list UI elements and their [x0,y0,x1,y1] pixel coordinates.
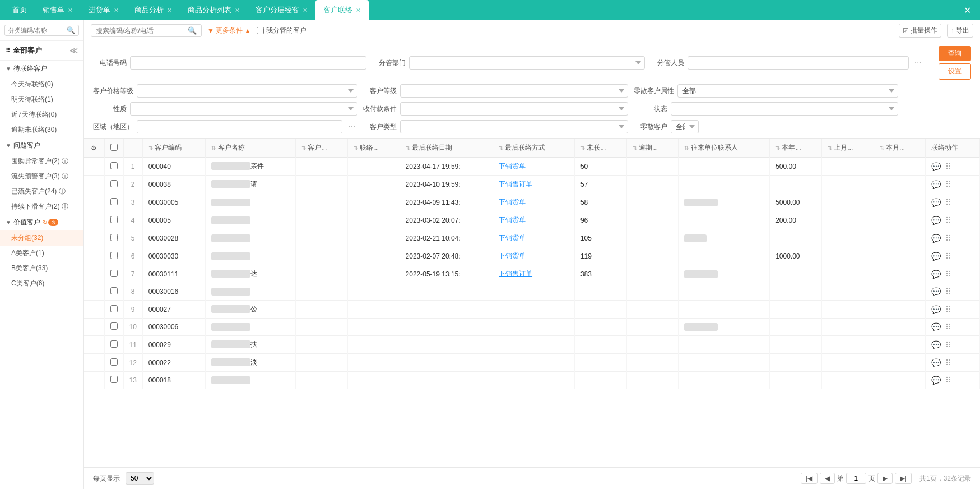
more-action-icon[interactable]: ⠿ [945,234,951,243]
my-customers-checkbox[interactable] [257,27,264,34]
price-level-select[interactable] [137,84,357,98]
settings-icon[interactable]: ⚙ [91,144,97,152]
close-sales-icon[interactable]: ✕ [68,7,73,14]
batch-operations-btn[interactable]: ☑ 批量操作 [899,24,941,38]
row-checkbox[interactable] [110,252,118,259]
row-method-link[interactable]: 下销货单 [499,234,526,242]
contact-phone-icon[interactable]: 💬 [931,287,941,296]
contact-phone-icon[interactable]: 💬 [931,216,941,225]
nature-select[interactable] [130,102,357,116]
sidebar-item-tomorrow[interactable]: 明天待联络(1) [0,92,83,107]
first-page-btn[interactable]: |◀ [801,473,818,484]
sidebar-item-class-a[interactable]: A类客户(1) [0,246,83,261]
filter-search-input[interactable] [96,27,185,35]
row-checkbox[interactable] [110,340,118,348]
sidebar-item-ungroup[interactable]: 未分组(32) [0,230,83,246]
sidebar-section-problem[interactable]: ▼ 问题客户 [0,137,83,154]
close-customer-contact-icon[interactable]: ✕ [356,7,361,14]
row-method-link[interactable]: 下销售订单 [499,180,532,188]
contact-phone-icon[interactable]: 💬 [931,270,941,279]
close-product-analysis-icon[interactable]: ✕ [167,7,172,14]
sidebar-section-value[interactable]: ▼ 价值客户 ↻ ⊙ [0,214,83,230]
payment-select[interactable] [400,102,628,116]
retail-select[interactable]: 全部 [671,120,699,133]
row-method-link[interactable]: 下销售订单 [499,270,532,278]
more-action-icon[interactable]: ⠿ [945,252,951,261]
close-customer-tier-icon[interactable]: ✕ [303,7,308,14]
sidebar-item-churn-warning[interactable]: 流失预警客户(3) ⓘ [0,169,83,184]
next-page-btn[interactable]: ▶ [877,473,893,484]
page-number-input[interactable] [846,473,866,484]
row-checkbox[interactable] [110,376,118,383]
tab-customer-contact[interactable]: 客户联络 ✕ [315,0,369,20]
row-checkbox[interactable] [110,358,118,366]
select-all-checkbox[interactable] [110,144,118,151]
status-select[interactable] [671,102,898,116]
more-action-icon[interactable]: ⠿ [945,340,951,349]
reset-button[interactable]: 设置 [939,63,971,80]
close-product-list-icon[interactable]: ✕ [235,7,240,14]
col-checkbox[interactable] [104,139,123,158]
contact-phone-icon[interactable]: 💬 [931,340,941,349]
region-dots-icon[interactable]: ··· [346,122,357,132]
sidebar-collapse-icon[interactable]: ≪ [69,46,78,55]
customer-level-select[interactable] [400,84,628,98]
more-action-icon[interactable]: ⠿ [945,270,951,279]
sidebar-item-today[interactable]: 今天待联络(0) [0,77,83,92]
more-action-icon[interactable]: ⠿ [945,180,951,189]
sidebar-all-customers[interactable]: ⠿ 全部客户 ≪ [0,41,83,61]
customer-type-select[interactable] [400,120,628,133]
row-method-link[interactable]: 下销货单 [499,198,526,206]
query-button[interactable]: 查询 [939,46,971,61]
sidebar-item-class-b[interactable]: B类客户(33) [0,261,83,276]
more-action-icon[interactable]: ⠿ [945,287,951,296]
col-name[interactable]: ⇅ 客户名称 [206,139,296,158]
contact-phone-icon[interactable]: 💬 [931,162,941,171]
tab-product-analysis[interactable]: 商品分析 ✕ [127,0,180,20]
more-action-icon[interactable]: ⠿ [945,358,951,367]
prev-page-btn[interactable]: ◀ [820,473,835,484]
more-action-icon[interactable]: ⠿ [945,305,951,314]
manager-dots-icon[interactable]: ··· [912,58,924,68]
more-action-icon[interactable]: ⠿ [945,322,951,331]
more-action-icon[interactable]: ⠿ [945,376,951,385]
sidebar-item-hoarding[interactable]: 囤购异常客户(2) ⓘ [0,154,83,169]
row-checkbox[interactable] [110,270,118,277]
row-checkbox[interactable] [110,162,118,169]
contact-phone-icon[interactable]: 💬 [931,376,941,385]
contact-phone-icon[interactable]: 💬 [931,234,941,243]
tab-product-list[interactable]: 商品分析列表 ✕ [180,0,248,20]
contact-phone-icon[interactable]: 💬 [931,305,941,314]
contact-phone-icon[interactable]: 💬 [931,180,941,189]
row-checkbox[interactable] [110,234,118,241]
sidebar-item-class-c[interactable]: C类客户(6) [0,276,83,291]
col-no-contact[interactable]: ⇅ 未联... [574,139,626,158]
sidebar-item-declining[interactable]: 持续下滑客户(2) ⓘ [0,199,83,214]
col-last-method[interactable]: ⇅ 最后联络方式 [493,139,575,158]
dept-select[interactable] [409,56,645,70]
region-input[interactable] [137,120,342,133]
more-action-icon[interactable]: ⠿ [945,198,951,207]
more-action-icon[interactable]: ⠿ [945,216,951,225]
tab-home[interactable]: 首页 [4,0,35,20]
window-close-icon[interactable]: ✕ [959,5,976,16]
sidebar-item-overdue[interactable]: 逾期未联络(30) [0,122,83,137]
col-type[interactable]: ⇅ 客户... [295,139,347,158]
sidebar-section-pending[interactable]: ▼ 待联络客户 [0,61,83,77]
row-checkbox[interactable] [110,180,118,187]
row-method-link[interactable]: 下销货单 [499,252,526,260]
col-last-date[interactable]: ⇅ 最后联络日期 [400,139,493,158]
col-this-year[interactable]: ⇅ 本年... [770,139,822,158]
row-checkbox[interactable] [110,198,118,205]
contact-phone-icon[interactable]: 💬 [931,252,941,261]
row-checkbox[interactable] [110,305,118,312]
tab-purchase[interactable]: 进货单 ✕ [81,0,127,20]
phone-input[interactable] [130,56,366,70]
sidebar-item-7days[interactable]: 近7天待联络(0) [0,107,83,122]
per-page-select[interactable]: 50 100 [126,472,154,485]
last-page-btn[interactable]: ▶| [895,473,912,484]
export-btn[interactable]: ↑ 导出 [947,24,973,38]
more-conditions-btn[interactable]: ▼ 更多条件 ▲ [207,26,251,35]
contact-phone-icon[interactable]: 💬 [931,358,941,367]
col-partner-contact[interactable]: ⇅ 往来单位联系人 [679,139,770,158]
